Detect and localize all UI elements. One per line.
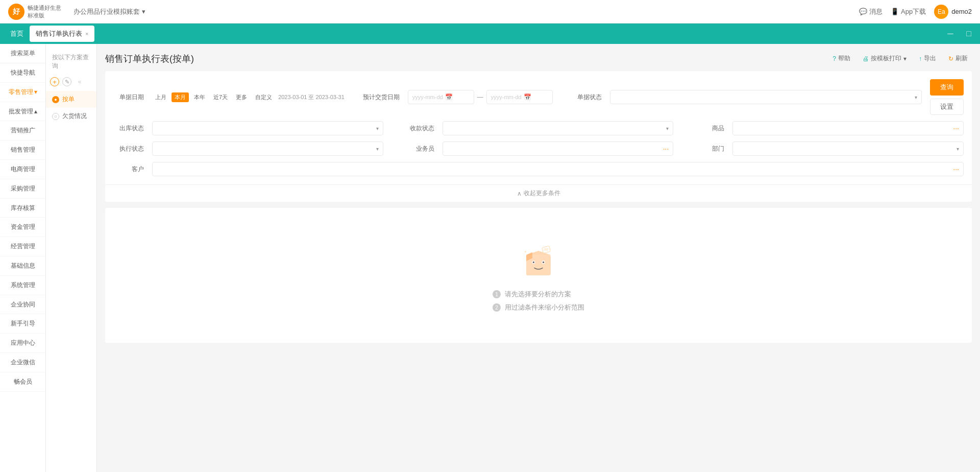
maximize-button[interactable]: □ [962, 27, 976, 41]
execution-arrow: ▾ [376, 146, 379, 152]
date-last-month[interactable]: 上月 [152, 92, 169, 102]
sidebar-item-marketing[interactable]: 营销推广 [0, 121, 45, 140]
customer-label: 客户 [113, 165, 144, 174]
settings-button[interactable]: 设置 [930, 99, 964, 115]
status-select[interactable]: ▾ [610, 90, 922, 104]
add-scheme-button[interactable]: + [50, 77, 59, 86]
salesperson-label: 业务员 [404, 145, 434, 153]
logo-text: 畅捷通好生意 标准版 [28, 4, 61, 19]
page-actions: ? 帮助 🖨 按模板打印 ▾ ↑ 导出 ↻ 刷新 [828, 52, 972, 65]
edit-scheme-button[interactable]: ✎ [62, 77, 71, 86]
wholesale-arrow: ▴ [34, 107, 37, 116]
collapse-subsidebar-button[interactable]: « [75, 77, 85, 87]
delivery-status-select[interactable]: ▾ [152, 121, 383, 135]
avatar: Ea [934, 5, 948, 19]
export-icon: ↑ [919, 55, 922, 62]
status-dropdown-arrow: ▾ [915, 95, 917, 100]
page-title: 销售订单执行表(按单) [105, 53, 194, 65]
sidebar-search[interactable]: 搜索菜单 [0, 44, 45, 63]
customer-select[interactable]: ··· [152, 162, 964, 176]
execution-status-label: 执行状态 [113, 145, 144, 153]
user-menu[interactable]: Ea demo2 [934, 5, 972, 19]
scheme-item-by-order[interactable]: ● 按单 [46, 91, 96, 108]
goods-select[interactable]: ··· [732, 121, 964, 135]
export-button[interactable]: ↑ 导出 [915, 52, 940, 65]
date-custom[interactable]: 自定义 [252, 92, 275, 102]
refresh-button[interactable]: ↻ 刷新 [944, 52, 972, 65]
filter-row-1: 单据日期 上月 本月 本年 近7天 更多 自定义 2023-03-01 至 20… [113, 79, 964, 115]
content-area: 销售订单执行表(按单) ? 帮助 🖨 按模板打印 ▾ ↑ 导出 ↻ 刷新 [97, 44, 980, 472]
message-icon: 💬 [859, 8, 867, 15]
salesperson-dots: ··· [663, 145, 669, 153]
tab-sales-order[interactable]: 销售订单执行表 × [30, 26, 94, 42]
filter-panel: 单据日期 上月 本月 本年 近7天 更多 自定义 2023-03-01 至 20… [105, 71, 972, 202]
help-icon: ? [832, 55, 836, 62]
scheme-item-backorder[interactable]: ○ 欠货情况 [46, 108, 96, 125]
download-icon: 📱 [891, 8, 899, 15]
empty-state: ✦ ✦ 1 请先选择要分析的方案 2 用过滤条件来缩小分析范围 [105, 208, 972, 343]
salesperson-select[interactable]: ··· [443, 141, 674, 156]
expected-date-end[interactable]: yyyy-mm-dd 📅 [486, 90, 553, 104]
sidebar-item-finance[interactable]: 资金管理 [0, 218, 45, 237]
sidebar-item-quicknav[interactable]: 快捷导航 [0, 63, 45, 83]
message-button[interactable]: 💬 消息 [859, 7, 883, 16]
customer-dots: ··· [953, 165, 959, 173]
empty-tips: 1 请先选择要分析的方案 2 用过滤条件来缩小分析范围 [493, 290, 584, 312]
date-shortcuts: 上月 本月 本年 近7天 更多 自定义 [152, 92, 275, 102]
sub-sidebar-title: 按以下方案查询 [46, 49, 96, 75]
inactive-scheme-indicator: ○ [52, 113, 59, 120]
query-button[interactable]: 查询 [930, 79, 964, 96]
dept-select[interactable]: ▾ [732, 141, 964, 156]
sidebar-item-basic-info[interactable]: 基础信息 [0, 256, 45, 276]
tab-close-icon[interactable]: × [85, 31, 88, 37]
date-this-year[interactable]: 本年 [191, 92, 208, 102]
print-template-button[interactable]: 🖨 按模板打印 ▾ [859, 52, 911, 65]
collapse-button[interactable]: ∧ 收起更多条件 [517, 189, 560, 198]
active-scheme-indicator: ● [52, 96, 59, 103]
sidebar-item-wechat[interactable]: 企业微信 [0, 353, 45, 372]
status-label: 单据状态 [571, 93, 602, 102]
payment-status-label: 收款状态 [404, 124, 434, 133]
sidebar-item-system[interactable]: 系统管理 [0, 276, 45, 295]
top-title[interactable]: 办公用品行业模拟账套 ▾ [74, 7, 145, 16]
expected-date-label: 预计交货日期 [363, 93, 400, 102]
delivery-status-label: 出库状态 [113, 124, 144, 133]
filter-row-3: 执行状态 ▾ 业务员 ··· 部门 ▾ [113, 141, 964, 156]
minimize-button[interactable]: ─ [943, 27, 958, 41]
date-this-month[interactable]: 本月 [172, 92, 189, 102]
goods-dots: ··· [953, 124, 959, 132]
svg-point-3 [533, 262, 534, 263]
sidebar-item-app-center[interactable]: 应用中心 [0, 334, 45, 353]
filter-row-2: 出库状态 ▾ 收款状态 ▾ 商品 ··· [113, 121, 964, 135]
retail-arrow: ▾ [34, 88, 37, 97]
sidebar-item-operations[interactable]: 经营管理 [0, 237, 45, 256]
sidebar-item-ecommerce[interactable]: 电商管理 [0, 160, 45, 179]
dept-arrow: ▾ [957, 146, 959, 152]
logo[interactable]: 好 畅捷通好生意 标准版 [8, 4, 61, 20]
sidebar-item-inventory[interactable]: 库存核算 [0, 199, 45, 218]
expected-date-start[interactable]: yyyy-mm-dd 📅 [408, 90, 474, 104]
sidebar-item-wholesale[interactable]: 批发管理 ▴ [0, 102, 45, 122]
sidebar-item-enterprise[interactable]: 企业协同 [0, 295, 45, 315]
date-more[interactable]: 更多 [233, 92, 250, 102]
sidebar-item-purchase[interactable]: 采购管理 [0, 179, 45, 199]
sidebar-item-member[interactable]: 畅会员 [0, 372, 45, 392]
main-sidebar: 搜索菜单 快捷导航 零售管理 ▾ 批发管理 ▴ 营销推广 销售管理 电商管理 采… [0, 44, 46, 472]
app-download-button[interactable]: 📱 App下载 [891, 7, 926, 16]
date-last-7-days[interactable]: 近7天 [210, 92, 231, 102]
sub-sidebar-controls: + ✎ « [46, 75, 96, 91]
dropdown-icon: ▾ [142, 8, 145, 15]
sidebar-item-retail[interactable]: 零售管理 ▾ [0, 83, 45, 102]
print-icon: 🖨 [863, 55, 869, 62]
help-button[interactable]: ? 帮助 [828, 52, 854, 65]
sidebar-item-newbie[interactable]: 新手引导 [0, 314, 45, 334]
svg-point-4 [543, 262, 544, 263]
empty-tip-1: 1 请先选择要分析的方案 [493, 290, 584, 299]
execution-status-select[interactable]: ▾ [152, 141, 383, 156]
payment-status-select[interactable]: ▾ [443, 121, 674, 135]
sidebar-item-sales[interactable]: 销售管理 [0, 140, 45, 160]
tab-home[interactable]: 首页 [4, 26, 30, 42]
goods-label: 商品 [694, 124, 724, 133]
tip-2-number: 2 [493, 303, 501, 312]
date-dash: — [477, 93, 483, 101]
